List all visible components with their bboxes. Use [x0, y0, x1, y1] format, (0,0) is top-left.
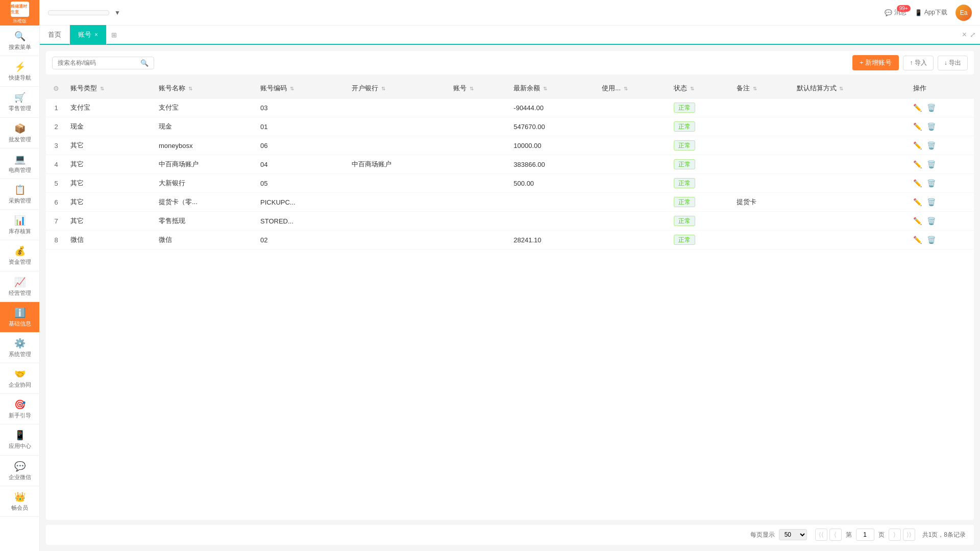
sort-icon-settlement[interactable]: ⇅	[839, 86, 843, 91]
row-status: 正常	[670, 193, 732, 212]
edit-button[interactable]: ✏️	[913, 217, 922, 225]
row-settlement	[793, 117, 909, 136]
page-last-btn[interactable]: ⟩⟩	[903, 529, 915, 541]
edit-button[interactable]: ✏️	[913, 104, 922, 112]
edit-button[interactable]: ✏️	[913, 236, 922, 244]
tab-home[interactable]: 首页	[40, 25, 70, 44]
delete-button[interactable]: 🗑️	[927, 179, 936, 187]
col-settings: ⚙	[46, 79, 66, 98]
quicknav-icon: ⚡	[14, 61, 26, 72]
row-action: ✏️ 🗑️	[909, 136, 974, 155]
row-name: moneybosx	[155, 136, 256, 155]
sidebar-item-quicknav[interactable]: ⚡ 快捷导航	[0, 56, 40, 87]
sort-icon-usage[interactable]: ⇅	[624, 86, 628, 91]
edit-button[interactable]: ✏️	[913, 160, 922, 168]
sort-icon-note[interactable]: ⇅	[753, 86, 757, 91]
sidebar-item-member[interactable]: 👑 畅会员	[0, 486, 40, 517]
delete-button[interactable]: 🗑️	[927, 217, 936, 225]
sidebar-item-search[interactable]: 🔍 搜索菜单	[0, 26, 40, 56]
logo-icon: 粮储通时生意	[11, 2, 29, 17]
row-note	[732, 155, 793, 174]
row-type: 微信	[66, 231, 155, 249]
sort-icon-account[interactable]: ⇅	[470, 86, 474, 91]
row-balance: 10000.00	[509, 136, 598, 155]
edit-button[interactable]: ✏️	[913, 198, 922, 206]
delete-button[interactable]: 🗑️	[927, 198, 936, 206]
fullscreen-icon[interactable]: ⤢	[970, 31, 976, 39]
sidebar-item-retail[interactable]: 🛒 零售管理	[0, 87, 40, 117]
row-code: 02	[256, 231, 348, 249]
tab-accounts[interactable]: 账号 ×	[70, 25, 107, 44]
col-balance-label: 最新余额	[513, 84, 540, 92]
message-icon: 💬	[885, 9, 892, 16]
edit-button[interactable]: ✏️	[913, 179, 922, 187]
col-usage-label: 使用...	[602, 84, 621, 92]
import-button[interactable]: ↑ 导入	[903, 56, 933, 70]
edit-button[interactable]: ✏️	[913, 141, 922, 149]
row-type: 其它	[66, 136, 155, 155]
delete-button[interactable]: 🗑️	[927, 160, 936, 168]
sidebar-item-inventory[interactable]: 📊 库存核算	[0, 210, 40, 240]
row-status: 正常	[670, 212, 732, 231]
sidebar-item-appcenter[interactable]: 📱 应用中心	[0, 424, 40, 455]
messages-button[interactable]: 💬 消息 99+	[885, 8, 906, 17]
sidebar-item-label: 企业协同	[9, 382, 31, 388]
row-settlement	[793, 98, 909, 117]
page-number-input[interactable]	[856, 529, 874, 541]
sidebar-item-system[interactable]: ⚙️ 系统管理	[0, 333, 40, 363]
user-avatar[interactable]: Ea	[955, 5, 972, 21]
row-name: 支付宝	[155, 98, 256, 117]
table-row: 3 其它 moneybosx 06 10000.00 正常 ✏️ 🗑️	[46, 136, 974, 155]
sidebar-item-ecommerce[interactable]: 💻 电商管理	[0, 148, 40, 179]
download-button[interactable]: 📱 App下载	[915, 8, 947, 17]
header-left: ▼	[48, 9, 120, 16]
sidebar-item-basic-info[interactable]: ℹ️ 基础信息	[0, 302, 40, 333]
sort-icon-code[interactable]: ⇅	[290, 86, 294, 91]
sort-icon-name[interactable]: ⇅	[188, 86, 192, 91]
page-first-btn[interactable]: ⟨⟨	[815, 529, 827, 541]
per-page-select[interactable]: 50 100 200	[779, 529, 807, 540]
table-row: 8 微信 微信 02 28241.10 正常 ✏️ 🗑️	[46, 231, 974, 249]
page-word-label: 第	[846, 531, 852, 539]
header-dropdown[interactable]: ▼	[114, 9, 120, 16]
sidebar-item-guide[interactable]: 🎯 新手引导	[0, 394, 40, 424]
row-balance: 28241.10	[509, 231, 598, 249]
row-bank	[348, 212, 449, 231]
main-area: ▼ 💬 消息 99+ 📱 App下载 Ea 首页 账号 ×	[40, 0, 980, 551]
row-settlement	[793, 174, 909, 193]
settings-gear-icon[interactable]: ⚙	[53, 85, 59, 92]
delete-button[interactable]: 🗑️	[927, 141, 936, 149]
sort-icon-balance[interactable]: ⇅	[543, 86, 547, 91]
row-type: 其它	[66, 155, 155, 174]
col-usage: 使用... ⇅	[598, 79, 670, 98]
table-row: 1 支付宝 支付宝 03 -90444.00 正常 ✏️ 🗑️	[46, 98, 974, 117]
sidebar-item-finance[interactable]: 💰 资金管理	[0, 240, 40, 271]
col-status: 状态 ⇅	[670, 79, 732, 98]
sidebar-item-purchase[interactable]: 📋 采购管理	[0, 179, 40, 210]
sidebar-item-collab[interactable]: 🤝 企业协同	[0, 363, 40, 394]
sort-icon-status[interactable]: ⇅	[690, 86, 694, 91]
search-box[interactable]: 🔍	[52, 57, 154, 69]
delete-button[interactable]: 🗑️	[927, 122, 936, 131]
delete-button[interactable]: 🗑️	[927, 236, 936, 244]
col-balance: 最新余额 ⇅	[509, 79, 598, 98]
sort-icon-bank[interactable]: ⇅	[381, 86, 385, 91]
sidebar-item-bizwechat[interactable]: 💬 企业微信	[0, 456, 40, 486]
delete-button[interactable]: 🗑️	[927, 104, 936, 112]
row-note	[732, 231, 793, 249]
tab-close-icon[interactable]: ×	[94, 31, 98, 38]
export-button[interactable]: ↓ 导出	[938, 56, 968, 70]
page-prev-btn[interactable]: ⟨	[829, 529, 842, 541]
edit-button[interactable]: ✏️	[913, 122, 922, 131]
sidebar-item-wholesale[interactable]: 📦 批发管理	[0, 118, 40, 148]
row-usage	[598, 193, 670, 212]
sidebar-item-operations[interactable]: 📈 经营管理	[0, 271, 40, 302]
row-no: 3	[46, 136, 66, 155]
search-input[interactable]	[58, 59, 137, 66]
row-name: 中百商场账户	[155, 155, 256, 174]
add-account-button[interactable]: + 新增账号	[852, 55, 899, 70]
sort-icon-type[interactable]: ⇅	[100, 86, 104, 91]
minimize-icon[interactable]: ×	[962, 30, 967, 39]
page-next-btn[interactable]: ⟩	[889, 529, 901, 541]
tab-expand-icon[interactable]: ⊞	[107, 25, 121, 44]
